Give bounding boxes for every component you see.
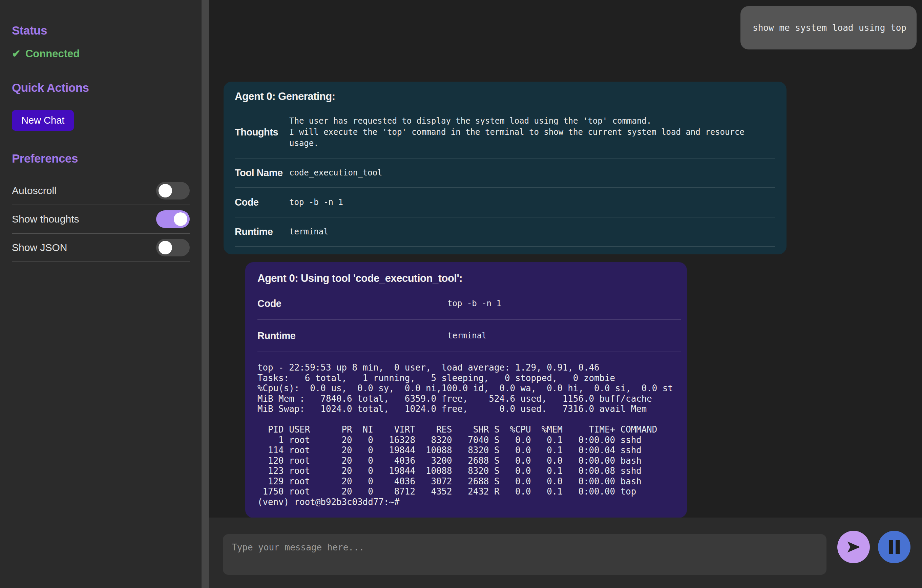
connection-status-label: Connected [25, 48, 80, 60]
send-arrow-icon [846, 539, 862, 555]
pause-button[interactable] [878, 531, 911, 563]
thoughts-row: Thoughts The user has requested to displ… [235, 107, 775, 158]
tool-name-label: Tool Name [235, 167, 289, 178]
terminal-output: top - 22:59:53 up 8 min, 0 user, load av… [257, 363, 681, 507]
pause-icon [888, 539, 901, 554]
autoscroll-label: Autoscroll [12, 185, 57, 196]
show-thoughts-toggle[interactable] [156, 210, 190, 228]
autoscroll-toggle[interactable] [156, 182, 190, 199]
runtime-row: Runtime terminal [235, 217, 775, 247]
toggle-knob [159, 241, 172, 254]
pref-row-show-json: Show JSON [12, 234, 190, 262]
tool-runtime-row: Runtime terminal [257, 320, 681, 352]
code-label: Code [235, 197, 289, 208]
user-message-bubble: show me system load using top [741, 6, 917, 49]
quick-actions-heading: Quick Actions [12, 81, 190, 95]
pref-row-autoscroll: Autoscroll [12, 177, 190, 205]
status-heading: Status [12, 24, 190, 37]
chat-area: show me system load using top Agent 0: G… [209, 0, 922, 518]
toggle-knob [174, 212, 187, 226]
thoughts-value: The user has requested to display the sy… [289, 116, 775, 149]
agent-generating-card: Agent 0: Generating: Thoughts The user h… [224, 82, 786, 254]
show-thoughts-label: Show thoughts [12, 213, 79, 225]
show-json-label: Show JSON [12, 242, 67, 253]
sidebar: Status ✔ Connected Quick Actions New Cha… [0, 0, 209, 588]
agent-tool-card: Agent 0: Using tool 'code_execution_tool… [245, 262, 687, 518]
tool-name-value: code_execution_tool [289, 167, 775, 178]
code-row: Code top -b -n 1 [235, 188, 775, 217]
connection-status: ✔ Connected [12, 47, 190, 60]
tool-runtime-value: terminal [448, 330, 681, 341]
composer-bar [209, 518, 922, 588]
thoughts-label: Thoughts [235, 127, 289, 138]
pref-row-show-thoughts: Show thoughts [12, 205, 190, 234]
generating-card-title: Agent 0: Generating: [235, 90, 775, 103]
message-input[interactable] [223, 534, 827, 575]
tool-code-value: top -b -n 1 [448, 298, 681, 309]
tool-name-row: Tool Name code_execution_tool [235, 158, 775, 188]
code-value: top -b -n 1 [289, 197, 775, 208]
tool-card-title: Agent 0: Using tool 'code_execution_tool… [257, 272, 681, 284]
runtime-label: Runtime [235, 226, 289, 237]
main-column: show me system load using top Agent 0: G… [209, 0, 922, 588]
tool-runtime-label: Runtime [257, 330, 448, 341]
app-window: Status ✔ Connected Quick Actions New Cha… [0, 0, 922, 588]
check-icon: ✔ [12, 47, 21, 60]
preferences-list: Autoscroll Show thoughts Show JSON [12, 177, 190, 262]
runtime-value: terminal [289, 226, 775, 237]
send-button[interactable] [837, 531, 870, 563]
tool-code-row: Code top -b -n 1 [257, 288, 681, 320]
new-chat-button[interactable]: New Chat [12, 110, 74, 131]
toggle-knob [159, 184, 172, 198]
preferences-heading: Preferences [12, 152, 190, 165]
tool-code-label: Code [257, 298, 448, 309]
show-json-toggle[interactable] [156, 239, 190, 256]
